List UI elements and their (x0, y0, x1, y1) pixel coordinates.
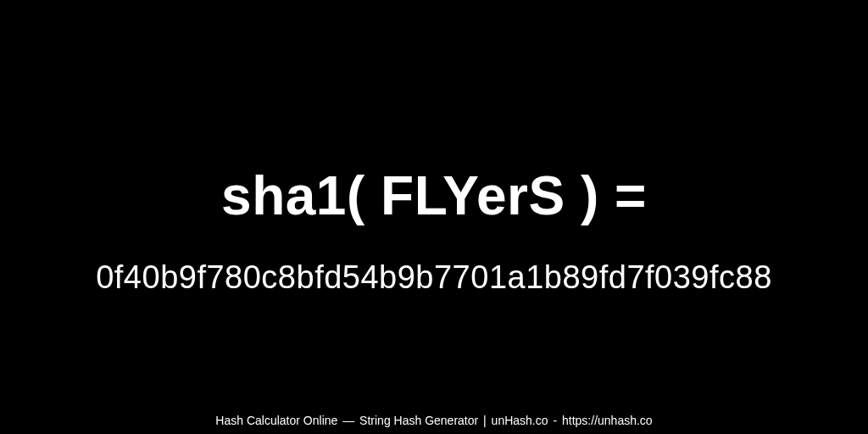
footer-brand: unHash.co (492, 414, 548, 427)
footer-subtitle: String Hash Generator (359, 414, 478, 427)
footer-separator: | (483, 414, 487, 427)
footer-separator: - (553, 414, 557, 427)
footer-separator: — (342, 414, 354, 427)
main-content: sha1( FLYerS ) = 0f40b9f780c8bfd54b9b770… (0, 25, 868, 434)
footer-text: Hash Calculator Online — String Hash Gen… (0, 414, 868, 427)
hash-expression: sha1( FLYerS ) = (221, 164, 647, 227)
hash-result: 0f40b9f780c8bfd54b9b7701a1b89fd7f039fc88 (96, 259, 772, 296)
footer-app-name: Hash Calculator Online (215, 414, 337, 427)
footer-url: https://unhash.co (562, 414, 653, 427)
